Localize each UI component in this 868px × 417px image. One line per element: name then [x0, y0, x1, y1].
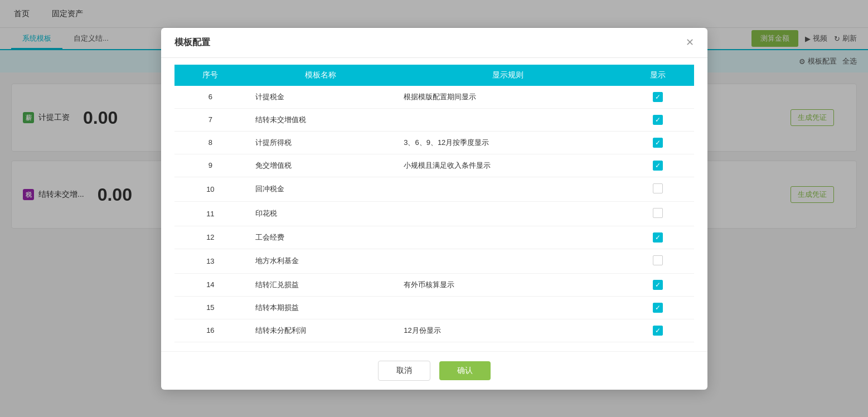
table-row: 13地方水利基金 [174, 249, 694, 273]
cell-rule: 小规模且满足收入条件显示 [395, 154, 622, 177]
cell-seq: 8 [174, 131, 247, 154]
cell-rule [395, 177, 622, 201]
cell-seq: 7 [174, 108, 247, 131]
cell-seq: 9 [174, 154, 247, 177]
modal-overlay: 模板配置 ✕ 序号 模板名称 显示规则 显示 6计提税金根据模版配置期间 [0, 0, 868, 417]
checkbox-display[interactable]: ✓ [653, 115, 663, 125]
cell-checkbox: ✓ [622, 108, 694, 131]
cell-name: 计提所得税 [246, 131, 395, 154]
checkbox-display[interactable] [653, 183, 663, 193]
checkbox-display[interactable]: ✓ [653, 232, 663, 243]
table-row: 8计提所得税3、6、9、12月按季度显示✓ [174, 131, 694, 154]
cell-name: 结转未分配利润 [246, 319, 395, 342]
cell-name: 地方水利基金 [246, 249, 395, 273]
cell-seq: 12 [174, 226, 247, 249]
cell-seq: 6 [174, 86, 247, 109]
cell-checkbox [622, 177, 694, 201]
template-config-modal: 模板配置 ✕ 序号 模板名称 显示规则 显示 6计提税金根据模版配置期间 [161, 28, 707, 390]
table-row: 14结转汇兑损益有外币核算显示✓ [174, 273, 694, 296]
checkbox-display[interactable] [653, 208, 663, 218]
modal-body: 序号 模板名称 显示规则 显示 6计提税金根据模版配置期间显示✓7结转未交增值税… [161, 58, 707, 351]
modal-header: 模板配置 ✕ [161, 28, 707, 58]
cell-name: 免交增值税 [246, 154, 395, 177]
cell-checkbox: ✓ [622, 131, 694, 154]
cell-checkbox: ✓ [622, 86, 694, 109]
cell-rule [395, 108, 622, 131]
checkbox-display[interactable] [653, 255, 663, 265]
col-name: 模板名称 [246, 65, 395, 86]
cell-name: 结转未交增值税 [246, 108, 395, 131]
cell-checkbox [622, 201, 694, 226]
cell-rule: 3、6、9、12月按季度显示 [395, 131, 622, 154]
cell-seq: 13 [174, 249, 247, 273]
cancel-button[interactable]: 取消 [378, 361, 430, 381]
cell-rule [395, 296, 622, 319]
cell-name: 回冲税金 [246, 177, 395, 201]
cell-name: 印花税 [246, 201, 395, 226]
col-seq: 序号 [174, 65, 247, 86]
cell-checkbox: ✓ [622, 154, 694, 177]
cell-seq: 14 [174, 273, 247, 296]
confirm-button[interactable]: 确认 [439, 361, 491, 380]
cell-rule: 12月份显示 [395, 319, 622, 342]
table-row: 6计提税金根据模版配置期间显示✓ [174, 86, 694, 109]
checkbox-display[interactable]: ✓ [653, 280, 663, 290]
cell-checkbox: ✓ [622, 319, 694, 342]
cell-rule [395, 249, 622, 273]
table-row: 11印花税 [174, 201, 694, 226]
cell-checkbox: ✓ [622, 296, 694, 319]
table-row: 10回冲税金 [174, 177, 694, 201]
checkbox-display[interactable]: ✓ [653, 92, 663, 102]
table-body: 6计提税金根据模版配置期间显示✓7结转未交增值税✓8计提所得税3、6、9、12月… [174, 86, 694, 342]
cell-name: 结转本期损益 [246, 296, 395, 319]
cell-name: 结转汇兑损益 [246, 273, 395, 296]
cell-seq: 11 [174, 201, 247, 226]
table-row: 12工会经费✓ [174, 226, 694, 249]
cell-seq: 10 [174, 177, 247, 201]
modal-title: 模板配置 [174, 37, 210, 49]
table-row: 9免交增值税小规模且满足收入条件显示✓ [174, 154, 694, 177]
table-header-row: 序号 模板名称 显示规则 显示 [174, 65, 694, 86]
modal-footer: 取消 确认 [161, 351, 707, 390]
cell-checkbox [622, 249, 694, 273]
col-display: 显示 [622, 65, 694, 86]
checkbox-display[interactable]: ✓ [653, 138, 663, 148]
cell-name: 计提税金 [246, 86, 395, 109]
config-table: 序号 模板名称 显示规则 显示 6计提税金根据模版配置期间显示✓7结转未交增值税… [174, 65, 694, 342]
cell-seq: 15 [174, 296, 247, 319]
checkbox-display[interactable]: ✓ [653, 161, 663, 171]
cell-checkbox: ✓ [622, 226, 694, 249]
col-rule: 显示规则 [395, 65, 622, 86]
table-row: 15结转本期损益✓ [174, 296, 694, 319]
cell-checkbox: ✓ [622, 273, 694, 296]
table-row: 7结转未交增值税✓ [174, 108, 694, 131]
table-head: 序号 模板名称 显示规则 显示 [174, 65, 694, 86]
cell-rule: 根据模版配置期间显示 [395, 86, 622, 109]
cell-rule [395, 201, 622, 226]
cell-rule: 有外币核算显示 [395, 273, 622, 296]
cell-seq: 16 [174, 319, 247, 342]
table-row: 16结转未分配利润12月份显示✓ [174, 319, 694, 342]
modal-close-button[interactable]: ✕ [686, 37, 694, 47]
background-page: 首页 固定资产 系统模板 自定义结... 测算金额 ▶ 视频 ↻ 刷新 ⚙ 模板… [0, 0, 868, 417]
checkbox-display[interactable]: ✓ [653, 326, 663, 336]
cell-name: 工会经费 [246, 226, 395, 249]
cell-rule [395, 226, 622, 249]
checkbox-display[interactable]: ✓ [653, 303, 663, 313]
